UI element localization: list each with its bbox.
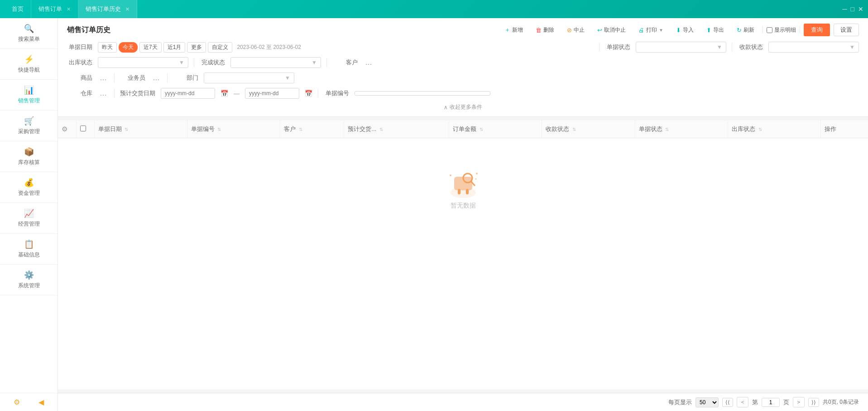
empty-state: 暂无数据 <box>58 138 868 237</box>
sidebar-item-sales[interactable]: 📊 销售管理 <box>0 80 58 111</box>
last-page-button[interactable]: ⟩⟩ <box>808 398 819 407</box>
sort-delivery-status-icon[interactable]: ⇅ <box>758 127 762 132</box>
sort-bill-no-icon[interactable]: ⇅ <box>217 127 221 132</box>
calendar-to-icon[interactable]: 📅 <box>305 90 312 97</box>
collapse-btn[interactable]: ∧ 收起更多条件 <box>67 103 859 111</box>
table-header-row: ⚙ 单据日期 ⇅ 单据编号 ⇅ <box>58 121 868 138</box>
delivery-status-select[interactable]: ▼ <box>98 57 188 68</box>
department-label: 部门 <box>173 74 198 82</box>
sidebar-item-search[interactable]: 🔍 搜索菜单 <box>0 18 58 49</box>
sidebar-collapse-icon[interactable]: ◀ <box>38 398 44 406</box>
window-close-icon[interactable]: ✕ <box>858 5 863 13</box>
delivery-date-to-input[interactable] <box>245 88 299 99</box>
page-number-input[interactable] <box>762 398 780 407</box>
maximize-icon[interactable]: □ <box>851 5 854 13</box>
delete-button[interactable]: 🗑 删除 <box>531 24 559 36</box>
th-bill-status: 单据状态 ⇅ <box>635 121 728 138</box>
receipt-status-select[interactable]: ▼ <box>768 42 859 53</box>
th-customer: 客户 ⇅ <box>280 121 344 138</box>
date-btn-yesterday[interactable]: 昨天 <box>98 42 117 53</box>
close-sales-order-icon[interactable]: ✕ <box>67 6 71 12</box>
print-label: 打印 <box>646 26 657 34</box>
date-btn-more[interactable]: 更多 <box>187 42 206 53</box>
svg-point-6 <box>450 174 451 176</box>
sidebar-bottom: ⚙ ◀ <box>0 393 58 411</box>
sidebar-item-basicinfo[interactable]: 📋 基础信息 <box>0 234 58 265</box>
th-bill-date-label: 单据日期 <box>98 126 122 132</box>
th-delivery-status-label: 出库状态 <box>732 126 755 132</box>
delivery-date-label: 预计交货日期 <box>120 89 155 97</box>
th-receipt-status: 收款状态 ⇅ <box>542 121 635 138</box>
sidebar-item-purchase[interactable]: 🛒 采购管理 <box>0 111 58 141</box>
empty-state-row: 暂无数据 <box>58 138 868 237</box>
customer-more-icon[interactable]: … <box>363 58 374 67</box>
complete-status-arrow-icon: ▼ <box>312 59 317 66</box>
cancel-stop-button[interactable]: ↩ 取消中止 <box>593 24 630 36</box>
refresh-button[interactable]: ↻ 刷新 <box>732 24 759 36</box>
sort-customer-icon[interactable]: ⇅ <box>299 127 302 132</box>
stop-button[interactable]: ⊘ 中止 <box>562 24 589 36</box>
th-actions-label: 操作 <box>825 126 836 132</box>
tab-sales-order-history[interactable]: 销售订单历史 ✕ <box>78 0 137 18</box>
sort-order-amount-icon[interactable]: ⇅ <box>480 127 483 132</box>
export-button[interactable]: ⬆ 导出 <box>702 24 729 36</box>
toolbar-divider <box>762 26 763 34</box>
receipt-status-arrow-icon: ▼ <box>849 44 855 50</box>
sidebar-item-operations[interactable]: 📈 经营管理 <box>0 203 58 234</box>
delivery-date-from-input[interactable] <box>161 88 215 99</box>
page-size-select[interactable]: 50 10 20 100 <box>695 397 719 407</box>
sidebar-item-system[interactable]: ⚙️ 系统管理 <box>0 265 58 295</box>
print-dropdown-icon: ▼ <box>659 28 663 33</box>
print-button[interactable]: 🖨 打印 ▼ <box>634 24 668 36</box>
sidebar-item-finance[interactable]: 💰 资金管理 <box>0 172 58 203</box>
bill-no-label: 单据编号 <box>324 89 349 97</box>
sort-bill-status-icon[interactable]: ⇅ <box>665 127 669 132</box>
bill-no-input[interactable] <box>355 91 490 96</box>
system-icon: ⚙️ <box>24 270 34 280</box>
salesperson-label: 业务员 <box>120 74 145 82</box>
sidebar-settings-icon[interactable]: ⚙ <box>14 398 20 406</box>
display-toggle[interactable]: 显示明细 <box>767 26 796 34</box>
stop-label: 中止 <box>574 26 585 34</box>
first-page-button[interactable]: ⟨⟨ <box>722 398 733 407</box>
department-select[interactable]: ▼ <box>204 73 294 83</box>
product-more-icon[interactable]: … <box>98 74 109 82</box>
salesperson-more-icon[interactable]: … <box>151 74 162 82</box>
tab-sales-order[interactable]: 销售订单 ✕ <box>31 0 78 18</box>
bill-status-select[interactable]: ▼ <box>636 42 726 53</box>
display-toggle-checkbox[interactable] <box>767 27 772 33</box>
filter-divider-8 <box>318 89 318 98</box>
th-bill-no-label: 单据编号 <box>191 126 215 132</box>
sort-bill-date-icon[interactable]: ⇅ <box>125 127 128 132</box>
sort-receipt-status-icon[interactable]: ⇅ <box>572 127 576 132</box>
complete-status-select[interactable]: ▼ <box>230 57 321 68</box>
complete-status-label: 完成状态 <box>200 58 225 67</box>
export-icon: ⬆ <box>706 27 711 34</box>
settings-button[interactable]: 设置 <box>834 24 859 36</box>
tab-home[interactable]: 首页 <box>5 0 31 18</box>
sort-delivery-date-icon[interactable]: ⇅ <box>379 127 383 132</box>
close-sales-order-history-icon[interactable]: ✕ <box>125 6 129 12</box>
empty-text: 暂无数据 <box>451 202 476 210</box>
sidebar-item-inventory[interactable]: 📦 库存核算 <box>0 141 58 172</box>
sales-icon: 📊 <box>24 85 34 95</box>
date-btn-today[interactable]: 今天 <box>119 42 138 53</box>
column-settings-icon[interactable]: ⚙ <box>62 125 67 133</box>
query-button[interactable]: 查询 <box>804 24 830 36</box>
toolbar-divider-2 <box>800 26 800 34</box>
select-all-checkbox[interactable] <box>80 126 86 131</box>
prev-page-button[interactable]: ＜ <box>737 397 748 407</box>
minimize-icon[interactable]: ─ <box>843 5 847 13</box>
import-button[interactable]: ⬇ 导入 <box>671 24 698 36</box>
date-btn-7days[interactable]: 近7天 <box>139 42 162 53</box>
calendar-from-icon[interactable]: 📅 <box>221 90 228 97</box>
warehouse-more-icon[interactable]: … <box>98 89 109 97</box>
main-layout: 🔍 搜索菜单 ⚡ 快捷导航 📊 销售管理 🛒 采购管理 📦 库存核算 💰 资金管… <box>0 18 868 411</box>
date-btn-custom[interactable]: 自定义 <box>208 42 232 53</box>
add-button[interactable]: ＋ 新增 <box>500 24 528 36</box>
sidebar-item-quicknav[interactable]: ⚡ 快捷导航 <box>0 49 58 80</box>
date-btn-1month[interactable]: 近1月 <box>163 42 186 53</box>
next-page-button[interactable]: ＞ <box>793 397 805 407</box>
bill-status-arrow-icon: ▼ <box>717 44 722 50</box>
pagination-bar: 每页显示 50 10 20 100 ⟨⟨ ＜ 第 页 ＞ ⟩⟩ 共0页, 0条记… <box>58 393 868 411</box>
